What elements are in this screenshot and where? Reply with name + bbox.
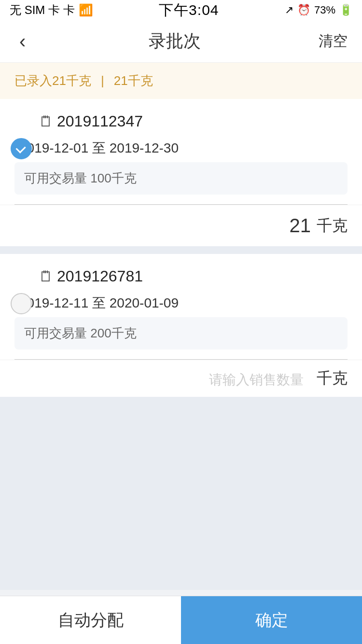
summary-divider: | [101, 73, 104, 88]
confirm-button[interactable]: 确定 [181, 596, 362, 644]
batch-date-2: 2019-12-11 至 2020-01-09 [19, 294, 179, 312]
status-right: ↗ ⏰ 73% 🔋 [285, 4, 352, 16]
batch-id-row-1: 🗒 2019112347 [39, 112, 348, 130]
status-left: 无 SIM 卡 卡 📶 [10, 2, 93, 18]
page-title: 录批次 [149, 29, 201, 53]
batch-id-1: 2019112347 [57, 112, 143, 130]
location-icon: ↗ [285, 4, 293, 16]
back-button[interactable]: ‹ [14, 26, 30, 57]
batch-header-2: 🗒 2019126781 [0, 254, 362, 290]
gap-area [0, 397, 362, 590]
content-area: 🗒 2019112347 2019-12-01 至 2019-12-30 可用交… [0, 99, 362, 638]
auto-distribute-button[interactable]: 自动分配 [0, 596, 181, 644]
recorded-label: 已录入21千克 [14, 72, 91, 89]
amount-row-1: 21 千克 [0, 205, 362, 246]
batch-date-row-2[interactable]: 2019-12-11 至 2020-01-09 [0, 290, 362, 317]
nav-bar: ‹ 录批次 清空 [0, 20, 362, 63]
battery-text: 73% [314, 4, 335, 16]
batch-card-1: 🗒 2019112347 2019-12-01 至 2019-12-30 可用交… [0, 99, 362, 246]
status-bar: 无 SIM 卡 卡 📶 下午3:04 ↗ ⏰ 73% 🔋 [0, 0, 362, 20]
summary-banner: 已录入21千克 | 21千克 [0, 63, 362, 99]
amount-number-1: 21 [290, 215, 311, 237]
amount-unit-1: 千克 [317, 215, 348, 237]
batch-id-2: 2019126781 [57, 267, 143, 285]
batch-date-row-1[interactable]: 2019-12-01 至 2019-12-30 [0, 135, 362, 162]
available-qty-1: 可用交易量 100千克 [14, 162, 348, 195]
batch-date-1: 2019-12-01 至 2019-12-30 [19, 139, 179, 157]
clear-button[interactable]: 清空 [319, 31, 348, 51]
batch-card-2: 🗒 2019126781 2019-12-11 至 2020-01-09 可用交… [0, 254, 362, 397]
sim-text: 无 SIM 卡 卡 [10, 2, 75, 18]
alarm-icon: ⏰ [297, 4, 310, 16]
status-time: 下午3:04 [159, 0, 219, 20]
batch-id-row-2: 🗒 2019126781 [39, 267, 348, 285]
radio-button-2[interactable] [11, 293, 32, 314]
bottom-bar: 自动分配 确定 [0, 596, 362, 644]
input-row-2: 千克 [0, 360, 362, 397]
batch-icon-2: 🗒 [39, 268, 53, 285]
qty-input-2[interactable] [166, 369, 311, 388]
batch-icon-1: 🗒 [39, 113, 53, 130]
available-qty-2: 可用交易量 200千克 [14, 317, 348, 350]
separator-1 [0, 246, 362, 254]
unit-label-2: 千克 [317, 368, 348, 389]
total-label: 21千克 [114, 72, 153, 89]
batch-header-1: 🗒 2019112347 [0, 99, 362, 135]
wifi-icon: 📶 [79, 3, 93, 17]
battery-icon: 🔋 [339, 4, 352, 16]
radio-button-1[interactable] [11, 138, 32, 159]
